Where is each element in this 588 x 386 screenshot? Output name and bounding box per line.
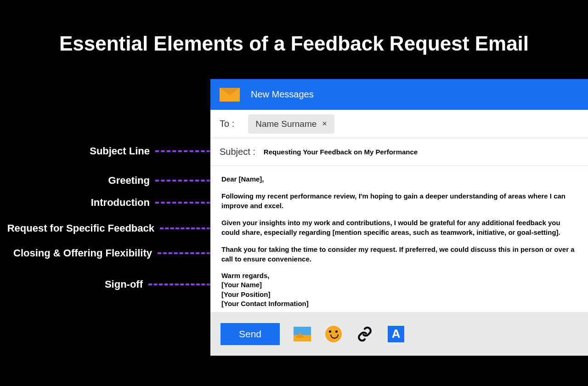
label-greeting: Greeting: [0, 175, 210, 187]
subject-input[interactable]: Requesting Your Feedback on My Performan…: [264, 148, 418, 156]
label-closing: Closing & Offering Flexibility: [0, 247, 210, 259]
connector-line: [158, 252, 210, 254]
mail-icon: [220, 88, 240, 102]
signoff-regards: Warm regards,: [221, 271, 577, 280]
page-title: Essential Elements of a Feedback Request…: [0, 32, 588, 55]
subject-field-row: Subject : Requesting Your Feedback on My…: [210, 138, 588, 166]
insert-image-icon[interactable]: [294, 325, 311, 343]
to-field-row: To : Name Surname ×: [210, 110, 588, 138]
send-button[interactable]: Send: [220, 323, 280, 345]
label-text: Request for Specific Feedback: [7, 222, 154, 234]
signoff-contact: [Your Contact Information]: [221, 299, 577, 308]
header-title: New Messages: [251, 89, 314, 100]
connector-line: [155, 180, 210, 182]
label-text: Subject Line: [90, 145, 150, 157]
connector-line: [155, 150, 210, 152]
label-signoff: Sign-off: [0, 278, 210, 290]
compose-toolbar: Send A: [210, 312, 588, 356]
text-format-icon[interactable]: A: [387, 325, 405, 343]
label-request-feedback: Request for Specific Feedback: [0, 222, 210, 234]
to-label: To :: [220, 119, 234, 129]
connector-line: [155, 202, 210, 204]
label-introduction: Introduction: [0, 197, 210, 209]
email-body[interactable]: Dear [Name], Following my recent perform…: [210, 166, 588, 312]
signoff-position: [Your Position]: [221, 290, 577, 299]
recipient-name: Name Surname: [255, 119, 317, 129]
emoji-icon[interactable]: [325, 325, 342, 343]
connector-line: [160, 227, 210, 229]
remove-recipient-icon[interactable]: ×: [322, 119, 327, 129]
body-request: Given your insights into my work and con…: [221, 218, 577, 237]
attachment-icon[interactable]: [356, 325, 373, 343]
recipient-chip[interactable]: Name Surname ×: [248, 114, 334, 134]
body-closing: Thank you for taking the time to conside…: [221, 244, 577, 264]
label-text: Greeting: [108, 175, 150, 187]
email-header: New Messages: [210, 79, 588, 110]
body-signoff: Warm regards, [Your Name] [Your Position…: [221, 271, 577, 308]
email-compose-window: New Messages To : Name Surname × Subject…: [210, 79, 588, 356]
connector-line: [148, 284, 210, 285]
signoff-name: [Your Name]: [221, 280, 577, 290]
body-intro: Following my recent performance review, …: [221, 191, 577, 210]
subject-label: Subject :: [220, 147, 255, 157]
label-text: Sign-off: [105, 278, 143, 290]
label-text: Introduction: [91, 197, 150, 209]
body-greeting: Dear [Name],: [221, 174, 577, 184]
label-subject-line: Subject Line: [0, 145, 210, 157]
label-text: Closing & Offering Flexibility: [13, 247, 152, 259]
